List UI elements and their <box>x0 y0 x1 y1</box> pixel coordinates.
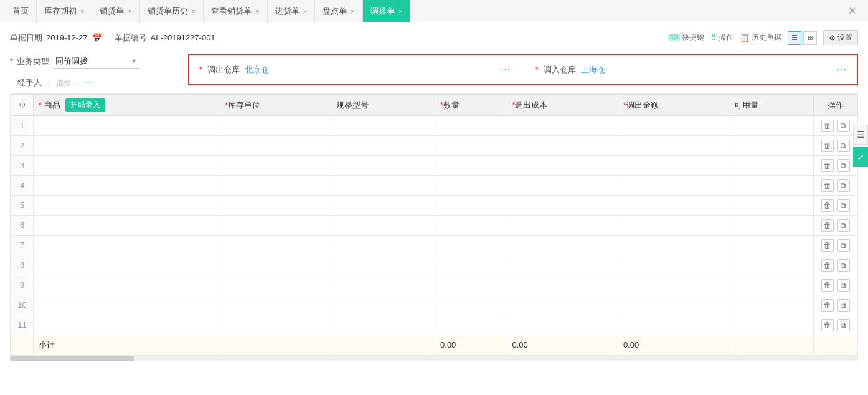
calendar-icon[interactable]: 📅 <box>92 33 102 43</box>
cell-spec[interactable] <box>331 136 435 156</box>
delete-icon[interactable]: 🗑 <box>821 259 834 272</box>
cell-spec[interactable] <box>331 255 435 275</box>
cell-amount[interactable] <box>618 196 729 216</box>
cell-cost[interactable] <box>507 295 618 315</box>
right-expand-button[interactable]: ⤢ <box>853 147 868 167</box>
cell-amount[interactable] <box>618 315 729 335</box>
scan-entry-button[interactable]: 扫码录入 <box>65 98 105 112</box>
cell-product[interactable] <box>34 255 220 275</box>
cell-qty[interactable] <box>435 295 507 315</box>
history-button[interactable]: 📋 历史单据 <box>740 32 781 43</box>
copy-icon[interactable]: ⧉ <box>837 120 850 132</box>
cell-amount[interactable] <box>618 116 729 136</box>
close-icon[interactable]: × <box>255 7 259 15</box>
delete-icon[interactable]: 🗑 <box>821 199 834 212</box>
cell-qty[interactable] <box>435 275 507 295</box>
cell-unit[interactable] <box>220 255 331 275</box>
shortcuts-button[interactable]: ⌨ 快捷键 <box>668 32 704 43</box>
cell-unit[interactable] <box>220 295 331 315</box>
tab-home[interactable]: 首页 <box>5 0 37 22</box>
cell-qty[interactable] <box>435 116 507 136</box>
cell-spec[interactable] <box>331 236 435 255</box>
cell-available[interactable] <box>729 196 814 216</box>
tab-view-sales[interactable]: 查看销货单 × <box>204 0 267 22</box>
cell-amount[interactable] <box>618 136 729 156</box>
cell-product[interactable] <box>34 196 220 216</box>
cell-spec[interactable] <box>331 196 435 216</box>
cell-available[interactable] <box>729 216 814 236</box>
cell-qty[interactable] <box>435 255 507 275</box>
cell-product[interactable] <box>34 136 220 156</box>
close-icon[interactable]: × <box>192 7 196 15</box>
cell-spec[interactable] <box>331 156 435 176</box>
tab-sales-order[interactable]: 销货单 × <box>92 0 139 22</box>
delete-icon[interactable]: 🗑 <box>821 219 834 232</box>
handler-more-button[interactable]: ··· <box>85 77 95 88</box>
tab-sales-history[interactable]: 销货单历史 × <box>140 0 204 22</box>
cell-cost[interactable] <box>507 176 618 196</box>
cell-unit[interactable] <box>220 236 331 255</box>
cell-spec[interactable] <box>331 176 435 196</box>
close-icon[interactable]: × <box>80 7 84 15</box>
cell-qty[interactable] <box>435 315 507 335</box>
copy-icon[interactable]: ⧉ <box>837 259 850 272</box>
cell-amount[interactable] <box>618 255 729 275</box>
settings-button[interactable]: ⚙ 设置 <box>823 30 858 45</box>
close-icon[interactable]: × <box>351 7 354 15</box>
cell-unit[interactable] <box>220 136 331 156</box>
delete-icon[interactable]: 🗑 <box>821 299 834 312</box>
cell-qty[interactable] <box>435 216 507 236</box>
cell-unit[interactable] <box>220 156 331 176</box>
cell-spec[interactable] <box>331 295 435 315</box>
copy-icon[interactable]: ⧉ <box>837 199 850 212</box>
cell-qty[interactable] <box>435 176 507 196</box>
cell-amount[interactable] <box>618 176 729 196</box>
delete-icon[interactable]: 🗑 <box>821 279 834 292</box>
cell-cost[interactable] <box>507 255 618 275</box>
layout-grid-button[interactable]: ⊞ <box>803 31 817 45</box>
cell-qty[interactable] <box>435 156 507 176</box>
cell-available[interactable] <box>729 136 814 156</box>
cell-cost[interactable] <box>507 275 618 295</box>
cell-amount[interactable] <box>618 216 729 236</box>
cell-product[interactable] <box>34 295 220 315</box>
cell-unit[interactable] <box>220 196 331 216</box>
cell-available[interactable] <box>729 315 814 335</box>
copy-icon[interactable]: ⧉ <box>837 319 850 331</box>
window-close-button[interactable]: ✕ <box>841 0 863 22</box>
transfer-in-value[interactable]: 上海仓 <box>581 64 605 75</box>
cell-product[interactable] <box>34 236 220 255</box>
cell-cost[interactable] <box>507 156 618 176</box>
cell-amount[interactable] <box>618 295 729 315</box>
close-icon[interactable]: × <box>303 7 307 15</box>
cell-unit[interactable] <box>220 176 331 196</box>
cell-cost[interactable] <box>507 136 618 156</box>
copy-icon[interactable]: ⧉ <box>837 279 850 292</box>
cell-product[interactable] <box>34 116 220 136</box>
delete-icon[interactable]: 🗑 <box>821 159 834 172</box>
cell-spec[interactable] <box>331 116 435 136</box>
transfer-out-more-button[interactable]: ··· <box>501 64 511 75</box>
right-list-button[interactable]: ☰ <box>853 125 868 145</box>
copy-icon[interactable]: ⧉ <box>837 299 850 312</box>
delete-icon[interactable]: 🗑 <box>821 319 834 331</box>
cell-unit[interactable] <box>220 315 331 335</box>
cell-product[interactable] <box>34 275 220 295</box>
copy-icon[interactable]: ⧉ <box>837 140 850 152</box>
cell-cost[interactable] <box>507 236 618 255</box>
cell-qty[interactable] <box>435 136 507 156</box>
handler-placeholder[interactable]: 选择... <box>56 78 77 88</box>
cell-product[interactable] <box>34 176 220 196</box>
copy-icon[interactable]: ⧉ <box>837 179 850 192</box>
cell-available[interactable] <box>729 275 814 295</box>
close-icon[interactable]: × <box>128 7 131 15</box>
operations-button[interactable]: ⠿ 操作 <box>710 32 734 43</box>
cell-unit[interactable] <box>220 116 331 136</box>
delete-icon[interactable]: 🗑 <box>821 239 834 252</box>
cell-cost[interactable] <box>507 216 618 236</box>
delete-icon[interactable]: 🗑 <box>821 120 834 132</box>
cell-amount[interactable] <box>618 156 729 176</box>
close-icon[interactable]: × <box>399 7 402 15</box>
copy-icon[interactable]: ⧉ <box>837 159 850 172</box>
copy-icon[interactable]: ⧉ <box>837 239 850 252</box>
